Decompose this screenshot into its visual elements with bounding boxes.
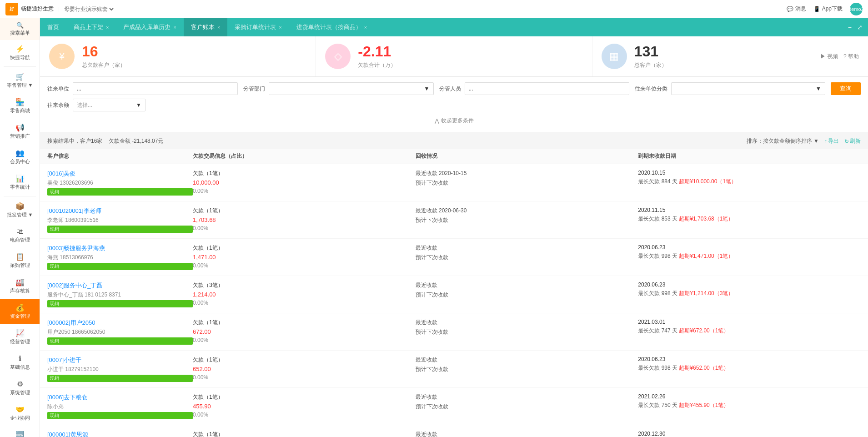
- sidebar-item-new-guide[interactable]: 🆕 新手引导: [0, 426, 40, 437]
- table-row: [000002]用户2050 用户2050 18665062050 现销 欠款（…: [40, 313, 868, 351]
- video-btn[interactable]: ▶ 视频: [820, 53, 838, 60]
- customer-name-1[interactable]: [0001020001]李老师: [47, 207, 193, 215]
- overdue-link-3[interactable]: 超期¥1,214.00（3笔）: [679, 290, 733, 296]
- sidebar-item-basic-info[interactable]: ℹ 基础信息: [0, 350, 40, 375]
- debt-amount-4[interactable]: 672.00: [193, 328, 416, 335]
- collapse-filters-btn[interactable]: ⋀ 收起更多条件: [47, 115, 861, 126]
- latest-pay-2: 最近收款: [416, 244, 638, 252]
- sidebar-search[interactable]: 🔍 搜索菜单: [0, 18, 40, 40]
- debt-amount-3[interactable]: 1,214.00: [193, 291, 416, 298]
- sidebar-item-batch-mgmt[interactable]: 📦 批发管理 ▼: [0, 197, 40, 223]
- system-mgmt-label: 系统管理: [2, 389, 38, 396]
- sidebar-item-capital-mgmt[interactable]: 💰 资金管理: [0, 299, 40, 324]
- export-btn[interactable]: ↑ 导出: [824, 137, 839, 145]
- balance-select[interactable]: 选择... ▼: [73, 99, 146, 111]
- tab-expand-btn[interactable]: ⤢: [855, 22, 864, 33]
- debt-amount-5[interactable]: 652.00: [193, 366, 416, 372]
- balance-label: 往来余额: [47, 101, 69, 109]
- stock-calc-label: 库存核算: [2, 287, 38, 294]
- person-input[interactable]: ...: [465, 82, 630, 95]
- filter-section: 往来单位 ... 分管部门 ▼: [40, 77, 868, 132]
- customer-name-0[interactable]: [0016]吴俊: [47, 170, 193, 178]
- debt-amount-2[interactable]: 1,471.00: [193, 254, 416, 261]
- sidebar-item-quick-nav[interactable]: ⚡ 快捷导航: [0, 40, 40, 65]
- app-download-btn[interactable]: 📱 App下载: [813, 5, 843, 13]
- category-select[interactable]: ▼: [671, 82, 825, 95]
- enterprise-collab-label: 企业协同: [2, 415, 38, 422]
- tab-goods-off-close[interactable]: ×: [106, 25, 109, 30]
- overdue-link-4[interactable]: 超期¥672.00（1笔）: [679, 327, 729, 334]
- sidebar-item-retail-mgmt[interactable]: 🛒 零售管理 ▼: [0, 68, 40, 93]
- debt-amount-0[interactable]: 10,000.00: [193, 179, 416, 186]
- sidebar-item-stock-calc[interactable]: 🏭 库存核算: [0, 273, 40, 299]
- sidebar-item-operations-mgmt[interactable]: 📈 经营管理: [0, 324, 40, 350]
- source-unit-input[interactable]: ...: [73, 82, 238, 95]
- sidebar-divider-2: [4, 196, 36, 196]
- overdue-detail-1: 最长欠款 853 天 超期¥1,703.68（1笔）: [638, 215, 861, 223]
- customer-name-5[interactable]: [0007]小进干: [47, 356, 193, 364]
- debt-count-3: 欠款（3笔）: [193, 281, 416, 289]
- customer-tag-3: 现销: [47, 300, 193, 307]
- recovery-info-6: 最近收款 预计下次收款: [416, 393, 638, 419]
- refresh-btn[interactable]: ↻ 刷新: [844, 137, 861, 145]
- overdue-link-1[interactable]: 超期¥1,703.68（1笔）: [679, 216, 733, 222]
- tab-home[interactable]: 首页: [40, 18, 66, 36]
- results-summary: 搜索结果中，客户16家 欠款金额 -21,148.07元: [47, 137, 163, 145]
- ecommerce-label: 电商管理: [2, 236, 38, 243]
- tab-collapse-btn[interactable]: −: [846, 22, 853, 33]
- overdue-link-0[interactable]: 超期¥10,000.00（1笔）: [679, 178, 737, 185]
- customer-name-7[interactable]: [000001]黄思源: [47, 431, 193, 437]
- tab-product-history-close[interactable]: ×: [173, 25, 176, 30]
- customer-name-2[interactable]: [0003]畅捷服务尹海燕: [47, 244, 193, 252]
- sidebar-item-member[interactable]: 👥 会员中心: [0, 144, 40, 170]
- table-header: 客户信息 欠款交易信息（占比） 回收情况 到期未收款日期: [40, 149, 868, 164]
- message-btn[interactable]: 💬 消息: [787, 5, 806, 13]
- sort-label: 排序：按欠款金额倒序排序 ▼: [747, 137, 819, 145]
- customer-info-1: [0001020001]李老师 李老师 18600391516 现销: [47, 207, 193, 233]
- retail-mgmt-icon: 🛒: [2, 72, 38, 81]
- customer-name-6[interactable]: [0006]去下粮仓: [47, 393, 193, 402]
- main-content: ¥ 16 总欠款客户（家） ◇ -2.11 欠款合计（万）: [40, 36, 868, 437]
- tab-purchase-order-close[interactable]: ×: [279, 25, 281, 30]
- tab-goods-off[interactable]: 商品上下架 ×: [66, 18, 116, 36]
- company-select[interactable]: 母婴行业演示账套: [62, 5, 115, 13]
- help-btn[interactable]: ? 帮助: [843, 53, 859, 60]
- overdue-link-2[interactable]: 超期¥1,471.00（1笔）: [679, 253, 733, 259]
- logo-area: 好 畅捷通好生意: [5, 3, 54, 15]
- user-menu[interactable]: demo2: [850, 3, 863, 15]
- customer-name-4[interactable]: [000002]用户2050: [47, 319, 193, 327]
- overdue-link-6[interactable]: 超期¥455.90（1笔）: [679, 402, 729, 408]
- results-bar: 搜索结果中，客户16家 欠款金额 -21,148.07元 排序：按欠款金额倒序排…: [40, 134, 868, 149]
- debt-total-icon: ◇: [325, 44, 351, 69]
- sidebar-item-retail-stats[interactable]: 📊 零售统计: [0, 170, 40, 195]
- sidebar-item-marketing[interactable]: 📢 营销推广: [0, 119, 40, 144]
- customer-info-6: [0006]去下粮仓 陈小弟 现销: [47, 393, 193, 419]
- tab-product-history[interactable]: 产成品入库单历史 ×: [116, 18, 183, 36]
- person-label: 分管人员: [439, 85, 461, 93]
- tab-goods-stats[interactable]: 进货单统计表（按商品） ×: [289, 18, 374, 36]
- tab-customer-account[interactable]: 客户账本 ×: [184, 18, 227, 36]
- dept-select[interactable]: ▼: [269, 82, 434, 95]
- overdue-link-5[interactable]: 超期¥652.00（1笔）: [679, 365, 729, 371]
- tab-goods-stats-close[interactable]: ×: [364, 25, 367, 30]
- overdue-detail-6: 最长欠款 750 天 超期¥455.90（1笔）: [638, 402, 861, 409]
- customer-name-3[interactable]: [0002]服务中心_丁磊: [47, 281, 193, 290]
- enterprise-collab-icon: 🤝: [2, 405, 38, 414]
- retail-stats-icon: 📊: [2, 174, 38, 183]
- query-button[interactable]: 查询: [831, 82, 861, 95]
- summary-card-debt-total: ◇ -2.11 欠款合计（万）: [316, 36, 592, 76]
- sidebar-item-enterprise-collab[interactable]: 🤝 企业协同: [0, 401, 40, 426]
- tab-customer-account-close[interactable]: ×: [217, 25, 220, 30]
- stock-calc-icon: 🏭: [2, 278, 38, 286]
- sidebar-item-purchase-mgmt[interactable]: 📋 采购管理: [0, 248, 40, 273]
- debt-amount-6[interactable]: 455.90: [193, 403, 416, 410]
- balance-chevron-icon: ▼: [136, 102, 141, 108]
- capital-mgmt-icon: 💰: [2, 303, 38, 312]
- latest-pay-0: 最近收款 2020-10-15: [416, 170, 638, 177]
- debt-amount-1[interactable]: 1,703.68: [193, 216, 416, 223]
- tab-purchase-order[interactable]: 采购订单统计表 ×: [227, 18, 289, 36]
- sidebar-item-ecommerce[interactable]: 🛍 电商管理: [0, 223, 40, 248]
- latest-pay-6: 最近收款: [416, 393, 638, 401]
- sidebar-item-system-mgmt[interactable]: ⚙ 系统管理: [0, 375, 40, 401]
- sidebar-item-retail-mall[interactable]: 🏪 零售商城: [0, 93, 40, 119]
